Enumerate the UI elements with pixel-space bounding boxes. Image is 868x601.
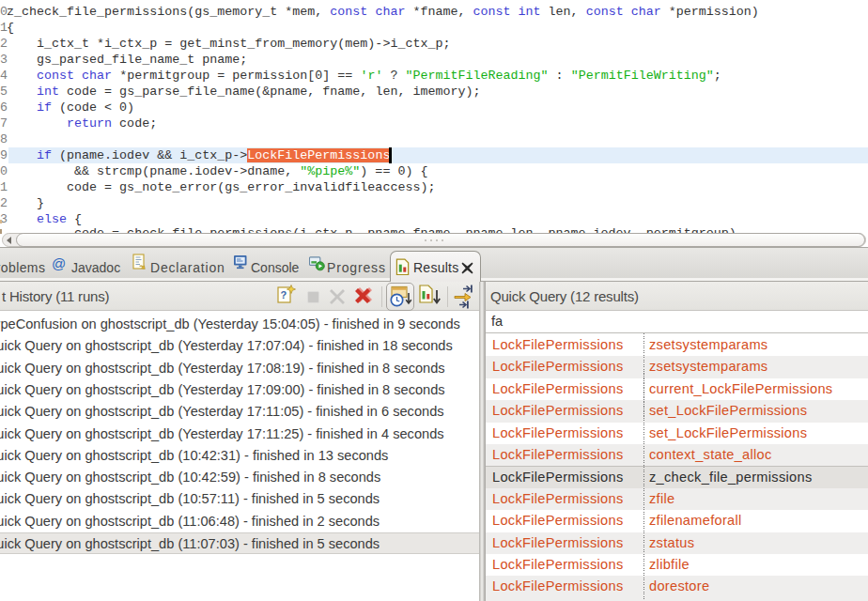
svg-text:?: ? — [281, 289, 287, 300]
